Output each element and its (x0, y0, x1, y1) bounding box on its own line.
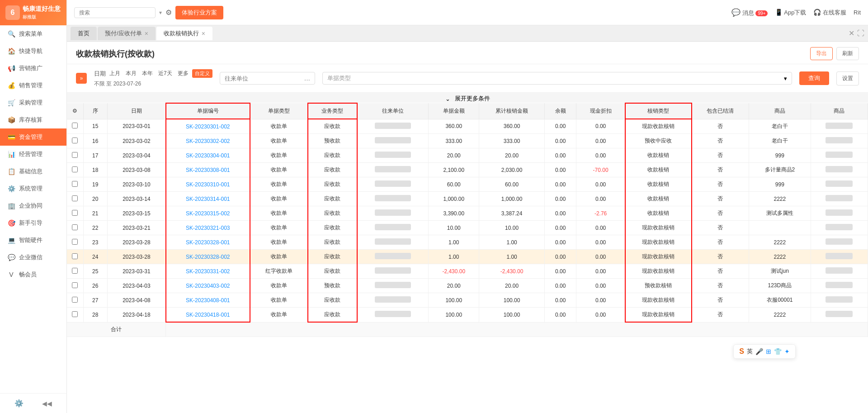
filter-more[interactable]: 更多 (176, 69, 190, 78)
tab-close-icon[interactable]: ✕ (849, 29, 854, 38)
doc-no-link[interactable]: SK-20230321-003 (186, 225, 230, 231)
td-checkbox[interactable] (67, 293, 83, 308)
sidebar-label-search: 搜索菜单 (19, 30, 42, 38)
settings-button[interactable]: 设置 (836, 71, 859, 85)
table-row[interactable]: 23 2023-03-28 SK-20230328-001 收款单 应收款 1.… (67, 235, 868, 250)
table-area[interactable]: ⚙ 序 日期 单据编号 单据类型 业务类型 往来单位 单据金额 累计核销金额 余… (67, 103, 868, 413)
doc-no-link[interactable]: SK-20230328-002 (186, 254, 230, 260)
doc-no-link[interactable]: SK-20230403-002 (186, 283, 230, 289)
doc-no-link[interactable]: SK-20230310-001 (186, 181, 230, 188)
td-checkbox[interactable] (67, 264, 83, 279)
td-doc-type: 收款单 (250, 235, 308, 250)
filter-expand-button[interactable]: » (76, 73, 87, 84)
doc-no-link[interactable]: SK-20230331-002 (186, 268, 230, 275)
sidebar-item-enterprise[interactable]: 🏢 企业协同 (0, 197, 66, 214)
shirt-icon[interactable]: 👕 (774, 348, 782, 355)
filter-7days[interactable]: 近7天 (156, 69, 174, 78)
doc-no-link[interactable]: SK-20230302-002 (186, 138, 230, 144)
topbar-gear-icon[interactable]: ⚙ (165, 8, 172, 17)
sidebar-item-search[interactable]: 🔍 搜索菜单 (0, 25, 66, 43)
sidebar-item-inventory[interactable]: 📦 库存核算 (0, 111, 66, 128)
table-row[interactable]: 22 2023-03-21 SK-20230321-003 收款单 应收款 10… (67, 221, 868, 235)
grid-icon[interactable]: ⊞ (766, 348, 771, 355)
sidebar-item-quick-nav[interactable]: 🏠 快捷导航 (0, 43, 66, 60)
filter-partner[interactable]: ... (220, 72, 315, 85)
sidebar-item-sales[interactable]: 💰 销售管理 (0, 77, 66, 94)
th-gear[interactable]: ⚙ (67, 103, 83, 119)
tab-payable-close[interactable]: × (145, 30, 148, 37)
doc-no-link[interactable]: SK-20230308-001 (186, 167, 230, 173)
table-row[interactable]: 16 2023-03-02 SK-20230302-002 收款单 预收款 33… (67, 134, 868, 148)
partner-dots[interactable]: ... (304, 74, 310, 82)
partner-input[interactable] (225, 75, 301, 82)
mic-icon[interactable]: 🎤 (755, 348, 763, 355)
export-button[interactable]: 导出 (810, 47, 833, 60)
doc-no-link[interactable]: SK-20230418-001 (186, 312, 230, 318)
td-checkbox[interactable] (67, 134, 83, 148)
tab-collection-close[interactable]: × (202, 30, 205, 37)
td-checkbox[interactable] (67, 119, 83, 134)
td-checkbox[interactable] (67, 177, 83, 192)
table-row[interactable]: 20 2023-03-14 SK-20230314-001 收款单 应收款 1,… (67, 192, 868, 206)
tab-expand-icon[interactable]: ⛶ (857, 29, 864, 38)
sidebar-item-wechat[interactable]: 💬 企业微信 (0, 249, 66, 266)
sidebar-item-vip[interactable]: V 畅会员 (0, 266, 66, 283)
table-row[interactable]: 26 2023-04-03 SK-20230403-002 收款单 预收款 20… (67, 279, 868, 293)
user-name[interactable]: Rit (854, 9, 861, 16)
refresh-button[interactable]: 刷新 (836, 47, 859, 60)
collapse-icon[interactable]: ◀◀ (42, 400, 52, 407)
doc-no-link[interactable]: SK-20230304-001 (186, 152, 230, 159)
td-checkbox[interactable] (67, 163, 83, 177)
td-checkbox[interactable] (67, 279, 83, 293)
filter-custom[interactable]: 自定义 (192, 69, 212, 78)
sidebar-item-marketing[interactable]: 📢 营销推广 (0, 60, 66, 77)
td-checkbox[interactable] (67, 221, 83, 235)
app-download[interactable]: 📱 App下载 (775, 9, 806, 17)
table-row[interactable]: 21 2023-03-15 SK-20230315-002 收款单 应收款 3,… (67, 206, 868, 221)
doc-no-link[interactable]: SK-20230301-002 (186, 123, 230, 130)
doc-no-link[interactable]: SK-20230314-001 (186, 196, 230, 202)
tab-payable[interactable]: 预付/应收付单 × (98, 27, 156, 40)
td-checkbox[interactable] (67, 206, 83, 221)
filter-this-month[interactable]: 本月 (124, 69, 138, 78)
td-checkbox[interactable] (67, 235, 83, 250)
sidebar-item-purchase[interactable]: 🛒 采购管理 (0, 94, 66, 111)
table-row[interactable]: 27 2023-04-08 SK-20230408-001 收款单 应收款 10… (67, 293, 868, 308)
star-icon[interactable]: ✦ (784, 348, 790, 355)
td-checkbox[interactable] (67, 250, 83, 264)
online-service[interactable]: 🎧 在线客服 (813, 9, 846, 17)
table-row[interactable]: 17 2023-03-04 SK-20230304-001 收款单 应收款 20… (67, 148, 868, 163)
sidebar-item-guide[interactable]: 🎯 新手引导 (0, 214, 66, 232)
table-row[interactable]: 28 2023-04-18 SK-20230418-001 收款单 应收款 10… (67, 308, 868, 323)
doc-no-link[interactable]: SK-20230408-001 (186, 297, 230, 304)
table-row[interactable]: 19 2023-03-10 SK-20230310-001 收款单 应收款 60… (67, 177, 868, 192)
message-area[interactable]: 💬 消息 99+ (731, 8, 768, 17)
filter-this-year[interactable]: 本年 (140, 69, 155, 78)
tab-collection[interactable]: 收款核销执行 × (156, 27, 212, 40)
doc-no-link[interactable]: SK-20230315-002 (186, 210, 230, 217)
sidebar-item-operations[interactable]: 📊 经营管理 (0, 146, 66, 163)
sidebar-item-system[interactable]: ⚙️ 系统管理 (0, 180, 66, 197)
solution-button[interactable]: 体验行业方案 (175, 6, 223, 19)
topbar-search[interactable] (74, 7, 156, 18)
td-checkbox[interactable] (67, 192, 83, 206)
table-row[interactable]: 18 2023-03-08 SK-20230308-001 收款单 应收款 2,… (67, 163, 868, 177)
query-button[interactable]: 查询 (799, 71, 829, 85)
doc-no-link[interactable]: SK-20230328-001 (186, 239, 230, 246)
table-row[interactable]: 25 2023-03-31 SK-20230331-002 红字收款单 应收款 … (67, 264, 868, 279)
tab-home[interactable]: 首页 (71, 27, 97, 40)
sidebar-item-hardware[interactable]: 💻 智能硬件 (0, 232, 66, 249)
topbar-arrow[interactable]: ▾ (159, 9, 162, 16)
td-balance: 0.00 (545, 279, 576, 293)
sidebar-item-finance[interactable]: 💳 资金管理 (0, 128, 66, 146)
sidebar-item-basic[interactable]: 📋 基础信息 (0, 163, 66, 180)
type-dropdown-arrow[interactable]: ▾ (784, 75, 787, 82)
table-row[interactable]: 15 2023-03-01 SK-20230301-002 收款单 应收款 36… (67, 119, 868, 134)
table-row[interactable]: 24 2023-03-28 SK-20230328-002 收款单 应收款 1.… (67, 250, 868, 264)
settings-icon[interactable]: ⚙️ (14, 399, 24, 408)
filter-last-month[interactable]: 上月 (108, 69, 122, 78)
filter-type[interactable]: 单据类型 ▾ (322, 72, 792, 85)
td-checkbox[interactable] (67, 148, 83, 163)
filter-expand-row[interactable]: ⌄ 展开更多条件 (67, 95, 868, 103)
td-checkbox[interactable] (67, 308, 83, 323)
